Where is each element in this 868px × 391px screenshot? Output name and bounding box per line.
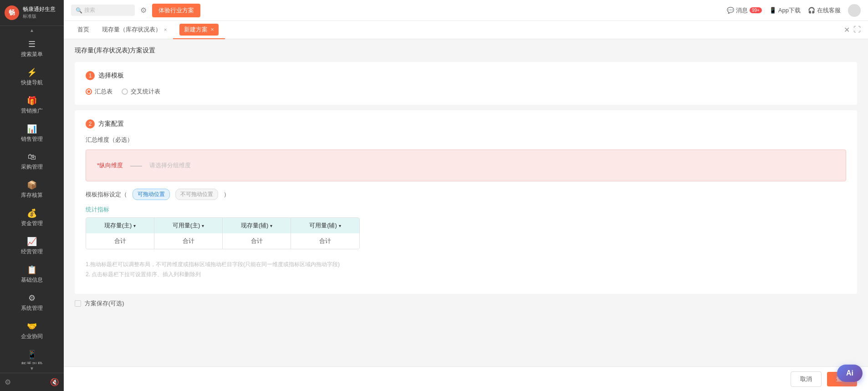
save-checkbox[interactable]: [75, 300, 81, 307]
app-download-icon: 📱: [769, 7, 776, 14]
expand-icon[interactable]: ⛶: [853, 26, 861, 34]
stat-table: 现存量(主) ▾ 可用量(主) ▾ 现存量(辅): [86, 217, 360, 249]
page-content: 现存量(库存状况表)方案设置 1 选择模板 汇总表 交叉统计表 2: [64, 39, 868, 366]
stat-title: 统计指标: [86, 206, 846, 214]
audio-icon[interactable]: 🔇: [50, 378, 59, 386]
dimension-row: *纵向维度 —— 请选择分组维度: [97, 161, 191, 170]
topbar-search[interactable]: 🔍 搜索: [71, 5, 135, 16]
bottom-bar: 取消 查询: [64, 366, 868, 391]
step2-card: 2 方案配置 汇总维度（必选） *纵向维度 —— 请选择分组维度 模板指标设定（…: [75, 110, 857, 294]
enterprise-icon: 🤝: [27, 321, 37, 331]
stat-body-cell-0: 合计: [86, 233, 154, 249]
stat-table-header: 现存量(主) ▾ 可用量(主) ▾ 现存量(辅): [86, 218, 359, 233]
tips-item-1: 2. 点击标题栏下拉可设置排序、插入列和删除列: [86, 270, 846, 280]
tab-home[interactable]: 首页: [71, 21, 96, 39]
message-label: 消息: [736, 6, 748, 15]
chevron-down-icon-3: ▾: [339, 223, 341, 228]
operation-icon: 📈: [27, 237, 37, 247]
step2-badge: 2: [86, 119, 95, 129]
sidebar-logo: 畅 畅康通好生意 标准版: [0, 0, 64, 26]
step1-title: 选择模板: [98, 72, 124, 80]
tab-inventory-status[interactable]: 现存量（库存状况表） ×: [96, 21, 173, 39]
search-menu-icon: ☰: [28, 39, 36, 49]
tag-undraggable: 不可拖动位置: [175, 189, 218, 200]
sidebar-item-enterprise[interactable]: 🤝 企业协同: [0, 317, 64, 345]
sidebar-item-label: 资金管理: [21, 220, 43, 227]
topbar-right: 💬 消息 99+ 📱 App下载 🎧 在线客服: [727, 4, 861, 17]
new-plan-close[interactable]: ×: [210, 26, 214, 33]
message-item[interactable]: 💬 消息 99+: [727, 6, 762, 15]
sidebar-item-label: 销售管理: [21, 135, 43, 143]
stat-body-cell-2: 合计: [223, 233, 291, 249]
customer-service-item[interactable]: 🎧 在线客服: [808, 6, 841, 15]
new-plan-label: 新建方案: [184, 26, 208, 34]
step2-header: 2 方案配置: [86, 119, 846, 129]
dimension-placeholder: 请选择分组维度: [149, 161, 191, 170]
tabs-actions: ✕ ⛶: [844, 26, 861, 34]
sidebar-item-label: 库存核算: [21, 191, 43, 199]
sidebar-item-sales[interactable]: 📊 销售管理: [0, 119, 64, 148]
search-icon: 🔍: [76, 7, 82, 14]
stat-col-0-label: 现存量(主): [104, 221, 132, 230]
finance-icon: 💰: [27, 208, 37, 218]
radio-summary-dot: [86, 88, 92, 95]
sidebar-item-guide[interactable]: 📱 新手引导: [0, 345, 64, 364]
user-avatar[interactable]: [848, 4, 861, 17]
stat-col-2-label: 现存量(辅): [241, 221, 269, 230]
tab-inventory-label: 现存量（库存状况表）: [102, 26, 161, 34]
vertical-dim-label: *纵向维度: [97, 161, 123, 170]
tab-new-plan[interactable]: 新建方案 ×: [173, 21, 225, 39]
dimension-area: *纵向维度 —— 请选择分组维度: [86, 149, 846, 181]
sidebar-item-base[interactable]: 📋 基础信息: [0, 260, 64, 288]
ai-button[interactable]: Ai: [837, 365, 863, 382]
sidebar-item-label: 新手引导: [21, 361, 43, 364]
settings-icon[interactable]: ⚙: [5, 378, 11, 386]
stat-body-cell-3: 合计: [291, 233, 359, 249]
guide-icon: 📱: [27, 350, 37, 360]
sidebar: 畅 畅康通好生意 标准版 ▲ ☰ 搜索菜单 ⚡ 快捷导航 🎁 营销推广 📊 销售…: [0, 0, 64, 391]
indicator-settings-row: 模板指标设定（ 可拖动位置 不可拖动位置 ）: [86, 189, 846, 200]
sidebar-item-search-menu[interactable]: ☰ 搜索菜单: [0, 35, 64, 63]
sidebar-scroll-down[interactable]: ▼: [0, 364, 64, 373]
indicator-settings-label: 模板指标设定（: [86, 190, 127, 199]
sidebar-item-operation[interactable]: 📈 经营管理: [0, 232, 64, 260]
main-area: 🔍 搜索 ⚙ 体验行业方案 💬 消息 99+ 📱 App下载 🎧 在线客服 首页: [64, 0, 868, 391]
radio-cross[interactable]: 交叉统计表: [122, 87, 160, 96]
quick-nav-icon: ⚡: [27, 67, 37, 77]
sidebar-item-marketing[interactable]: 🎁 营销推广: [0, 91, 64, 119]
stat-header-cell-0[interactable]: 现存量(主) ▾: [86, 218, 154, 233]
sidebar-item-label: 营销推广: [21, 107, 43, 115]
tab-inventory-close[interactable]: ×: [164, 27, 167, 32]
stat-col-0: 现存量(主) ▾: [86, 218, 154, 233]
app-download-item[interactable]: 📱 App下载: [769, 6, 801, 15]
tabs-bar: 首页 现存量（库存状况表） × 新建方案 × ✕ ⛶: [64, 21, 868, 39]
sidebar-item-sys[interactable]: ⚙ 系统管理: [0, 288, 64, 317]
sales-icon: 📊: [27, 124, 37, 134]
settings-gear-icon[interactable]: ⚙: [140, 6, 147, 15]
cancel-button[interactable]: 取消: [791, 371, 822, 387]
inventory-icon: 📦: [27, 180, 37, 190]
message-icon: 💬: [727, 7, 734, 14]
stat-body-col-2: 合计: [223, 233, 291, 249]
stat-col-1-label: 可用量(主): [173, 221, 200, 230]
chevron-down-icon-2: ▾: [270, 223, 272, 228]
indicator-settings-end: ）: [224, 190, 230, 199]
close-panel-icon[interactable]: ✕: [844, 26, 850, 34]
radio-summary[interactable]: 汇总表: [86, 87, 112, 96]
app-download-label: App下载: [778, 6, 801, 15]
stat-header-cell-1[interactable]: 可用量(主) ▾: [154, 218, 222, 233]
stat-header-cell-3[interactable]: 可用量(辅) ▾: [291, 218, 359, 233]
sidebar-item-purchase[interactable]: 🛍 采购管理: [0, 148, 64, 175]
stat-header-cell-2[interactable]: 现存量(辅) ▾: [223, 218, 291, 233]
sidebar-item-quick-nav[interactable]: ⚡ 快捷导航: [0, 63, 64, 91]
stat-col-3-label: 可用量(辅): [309, 221, 337, 230]
tag-draggable: 可拖动位置: [133, 189, 170, 200]
radio-cross-label: 交叉统计表: [131, 87, 160, 96]
sidebar-item-inventory[interactable]: 📦 库存核算: [0, 175, 64, 204]
sidebar-scroll-up[interactable]: ▲: [0, 26, 64, 35]
template-radio-group: 汇总表 交叉统计表: [86, 87, 846, 96]
sidebar-item-finance[interactable]: 💰 资金管理: [0, 204, 64, 232]
sidebar-item-label: 企业协同: [21, 333, 43, 340]
trial-btn[interactable]: 体验行业方案: [152, 4, 200, 17]
step1-header: 1 选择模板: [86, 71, 846, 80]
